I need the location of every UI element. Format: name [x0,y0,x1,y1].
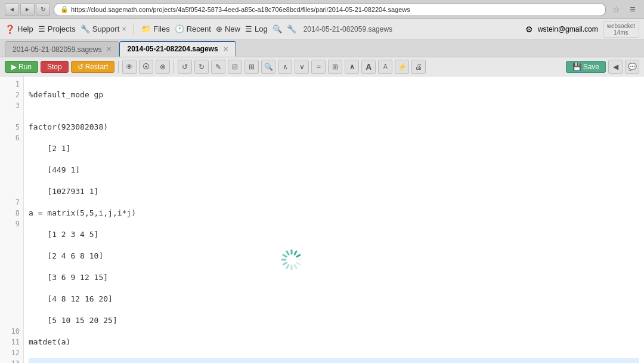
line-number [0,283,20,294]
save-label: Save [583,63,599,71]
search-icon: 🔍 [273,24,282,33]
run-button[interactable]: ▶ Run [5,61,38,73]
tab-1-label: 2014-05-21-082059.sagews [13,45,101,54]
line-number: 1 [0,79,20,90]
toggle-input-button[interactable]: 👁 [122,60,137,74]
spinner-svg [279,247,304,272]
code-line: a = matrix(5,5,i,j,i*j) [29,208,639,219]
address-bar[interactable]: 🔒 https://cloud.sagemath.com/projects/4a… [54,3,606,16]
lightning-button[interactable]: ⚡ [395,60,409,74]
speaker-icon-button[interactable]: ◀ [608,60,623,74]
save-button[interactable]: 💾 Save [566,61,606,73]
files-menu-item[interactable]: 📁 Files [141,24,169,33]
close-output-button[interactable]: ⊗ [156,60,170,74]
code-line [29,79,639,90]
svg-line-5 [283,263,286,264]
code-line [29,111,639,122]
split-horiz-button[interactable]: ⊟ [228,60,242,74]
settings-button[interactable]: 🔧 [287,24,296,33]
run-triangle-icon: ▶ [11,63,17,71]
log-icon: ☰ [245,24,252,33]
code-line [29,154,639,165]
new-label: New [225,24,240,33]
recent-menu-item[interactable]: 🕐 Recent [175,24,211,33]
code-line: [4 8 12 16 20] [29,294,639,304]
tab-bar: 2014-05-21-082059.sagews ✕ 2014-05-21-08… [0,39,644,57]
line-number: 13 [0,358,20,363]
code-line [29,358,639,363]
svg-line-1 [297,263,300,264]
code-line: [2 4 6 8 10] [29,251,639,262]
support-icon: 🔧 [80,24,90,33]
nav-reload-button[interactable]: ↻ [36,3,50,16]
help-icon: ❓ [5,24,15,34]
font-size-small-button[interactable]: A [378,60,392,74]
tab-2-close-icon[interactable]: ✕ [223,45,228,53]
code-line: matdet(a) [29,337,639,347]
tab-2-label: 2014-05-21-082204.sagews [127,45,218,53]
format-a-button[interactable]: ∧ [345,60,359,74]
line-number [0,294,20,304]
restart-label: Restart [85,63,109,71]
line-number: 2 [0,90,20,100]
nav-back-button[interactable]: ◄ [5,3,19,16]
line-number: 11 [0,337,20,347]
redo-button[interactable]: ↻ [194,60,209,74]
code-line [29,133,639,143]
nav-forward-button[interactable]: ► [20,3,35,16]
projects-menu-item[interactable]: ☰ Projects [38,24,76,33]
help-menu-item[interactable]: ❓ Help [5,24,33,34]
undo-button[interactable]: ↺ [178,60,192,74]
websocket-label: websocket [607,23,635,29]
search-button[interactable]: 🔍 [273,24,282,33]
code-line: [2 1] [29,143,639,154]
editor-area: 123567891011121314151617181920 %default_… [0,76,644,363]
log-menu-item[interactable]: ☰ Log [245,24,268,33]
line-number [0,229,20,240]
line-number [0,262,20,272]
support-close-icon[interactable]: ✕ [122,26,126,32]
align-button[interactable]: = [311,60,326,74]
url-text: https://cloud.sagemath.com/projects/4a5f… [71,6,410,13]
font-size-button[interactable]: A [361,60,376,74]
find-button[interactable]: 🔍 [261,60,275,74]
line-number: 12 [0,347,20,358]
print-button[interactable]: 🖨 [411,60,426,74]
code-editor[interactable]: %default_mode gpfactor(923082038) [2 1] … [24,76,644,363]
split-vert-button[interactable]: ⊞ [244,60,259,74]
browser-chrome: ◄ ► ↻ 🔒 https://cloud.sagemath.com/proje… [0,0,644,19]
move-down-button[interactable]: ∨ [295,60,309,74]
action-toolbar: ▶ Run Stop ↺ Restart 👁 ⦿ ⊗ ↺ ↻ ✎ ⊟ ⊞ 🔍 ∧… [0,57,644,76]
toggle-output-button[interactable]: ⦿ [139,60,153,74]
code-line [29,240,639,251]
edit-button[interactable]: ✎ [211,60,225,74]
tab-sagews-2[interactable]: 2014-05-21-082204.sagews ✕ [119,41,236,57]
support-menu-item[interactable]: 🔧 Support ✕ [80,24,127,33]
line-number: 3 [0,100,20,111]
stop-button[interactable]: Stop [41,61,69,73]
code-line [29,262,639,272]
line-number: 9 [0,219,20,229]
projects-icon: ☰ [38,24,45,33]
line-number [0,304,20,315]
new-menu-item[interactable]: ⊕ New [216,24,240,33]
gear-icon: ⚙ [525,24,533,34]
chat-button[interactable]: 💬 [625,60,639,74]
restart-button[interactable]: ↺ Restart [71,61,115,73]
tab-sagews-1[interactable]: 2014-05-21-082059.sagews ✕ [5,41,119,57]
svg-line-4 [287,265,289,268]
log-label: Log [255,24,268,33]
code-line [29,347,639,358]
new-icon: ⊕ [216,24,222,33]
move-up-button[interactable]: ∧ [278,60,292,74]
grid-button[interactable]: ⊞ [328,60,342,74]
code-line: [5 10 15 20 25] [29,315,639,326]
browser-menu-button[interactable]: ≡ [626,3,639,16]
recent-label: Recent [187,24,211,33]
run-label: Run [18,63,32,71]
code-line [29,326,639,337]
bookmark-star-button[interactable]: ☆ [609,3,623,16]
tab-1-close-icon[interactable]: ✕ [106,45,112,53]
user-email: wstein@gmail.com [538,25,598,33]
save-disk-icon: 💾 [572,63,581,71]
